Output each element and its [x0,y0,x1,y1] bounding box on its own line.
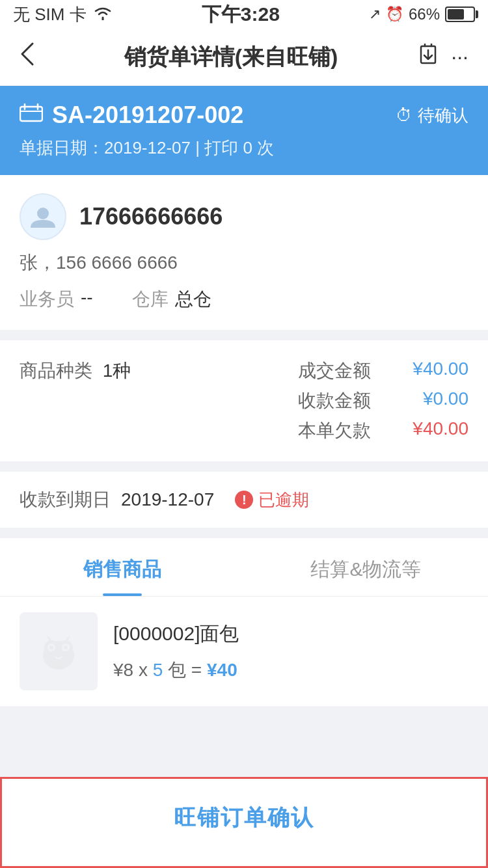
product-unit: 包 [168,660,186,680]
product-list: [0000002]面包 ¥8 x 5 包 = ¥40 [0,597,488,707]
due-date-label: 收款到期日 [20,487,111,512]
tab-settlement[interactable]: 结算&物流等 [244,538,488,596]
customer-meta: 业务员 -- 仓库 总仓 [20,287,468,312]
back-button[interactable] [20,41,59,73]
alarm-icon: ⏰ [386,6,403,23]
product-info: [0000002]面包 ¥8 x 5 包 = ¥40 [113,621,468,683]
svg-point-8 [49,645,53,649]
overdue-badge: ! 已逾期 [235,489,309,511]
sales-value: -- [81,287,93,312]
received-amount-row: 收款金额 ¥0.00 [298,388,468,413]
overdue-dot-icon: ! [235,491,253,509]
owed-amount-row: 本单欠款 ¥40.00 [298,418,468,443]
page-title: 销货单详情(来自旺铺) [59,42,403,72]
nav-bar: 销货单详情(来自旺铺) ··· [0,29,488,86]
status-left: 无 SIM 卡 [13,3,113,26]
sales-label: 业务员 [20,287,74,312]
sales-info: 业务员 -- [20,287,93,312]
product-item: [0000002]面包 ¥8 x 5 包 = ¥40 [0,597,488,707]
customer-card: 17666666666 张，156 6666 6666 业务员 -- 仓库 总仓 [0,175,488,330]
owed-amount-label: 本单欠款 [298,418,371,443]
location-icon: ↗ [369,6,381,23]
deal-amount-row: 成交金额 ¥40.00 [298,359,468,383]
avatar [20,193,66,240]
warehouse-info: 仓库 总仓 [132,287,211,312]
deal-amount-label: 成交金额 [298,359,371,383]
goods-type: 商品种类 1种 [20,359,131,383]
bottom-bar: 旺铺订单确认 [0,777,488,868]
warehouse-label: 仓库 [132,287,169,312]
product-name: [0000002]面包 [113,621,468,647]
order-status: ⏱ 待确认 [396,104,468,127]
warehouse-value: 总仓 [175,287,211,312]
order-icon [20,102,43,129]
product-unit-price: ¥8 [113,660,133,680]
product-thumbnail [20,612,98,690]
tabs-container: 销售商品 结算&物流等 [0,538,488,597]
svg-rect-1 [20,107,42,121]
customer-name: 张，156 6666 6666 [20,251,468,275]
summary-card: 商品种类 1种 成交金额 ¥40.00 收款金额 ¥0.00 本单欠款 ¥40.… [0,340,488,461]
status-bar: 无 SIM 卡 下午3:28 ↗ ⏰ 66% [0,0,488,29]
product-price: ¥8 x 5 包 = ¥40 [113,658,468,683]
goods-type-value: 1种 [103,360,131,381]
overdue-text: 已逾期 [258,489,309,511]
battery-icon [445,7,475,22]
svg-point-2 [37,208,49,219]
more-button[interactable]: ··· [451,45,468,69]
received-amount-label: 收款金额 [298,388,371,413]
status-time: 下午3:28 [202,1,280,28]
due-date-card: 收款到期日 2019-12-07 ! 已逾期 [0,472,488,528]
summary-right: 成交金额 ¥40.00 收款金额 ¥0.00 本单欠款 ¥40.00 [298,359,468,443]
product-total: ¥40 [207,660,237,680]
summary-left: 商品种类 1种 [20,359,131,383]
nav-actions: ··· [403,44,468,70]
svg-point-9 [64,645,68,649]
confirm-button[interactable]: 旺铺订单确认 [21,789,467,847]
battery-percent: 66% [409,5,440,23]
received-amount-value: ¥0.00 [390,388,468,413]
product-qty: 5 [153,660,163,680]
customer-phone: 17666666666 [79,203,223,230]
order-header: SA-20191207-002 ⏱ 待确认 单据日期：2019-12-07 | … [0,86,488,175]
share-icon[interactable] [418,44,438,70]
product-owl-icon [33,623,85,680]
due-date-value: 2019-12-07 [121,489,214,510]
status-right: ↗ ⏰ 66% [369,5,475,23]
order-number: SA-20191207-002 [20,102,243,129]
order-date: 单据日期：2019-12-07 | 打印 0 次 [20,137,468,159]
tab-sales-goods[interactable]: 销售商品 [0,538,244,596]
wifi-icon [93,5,113,25]
owed-amount-value: ¥40.00 [390,418,468,443]
carrier-text: 无 SIM 卡 [13,3,87,26]
status-clock-icon: ⏱ [396,105,413,126]
deal-amount-value: ¥40.00 [390,359,468,383]
